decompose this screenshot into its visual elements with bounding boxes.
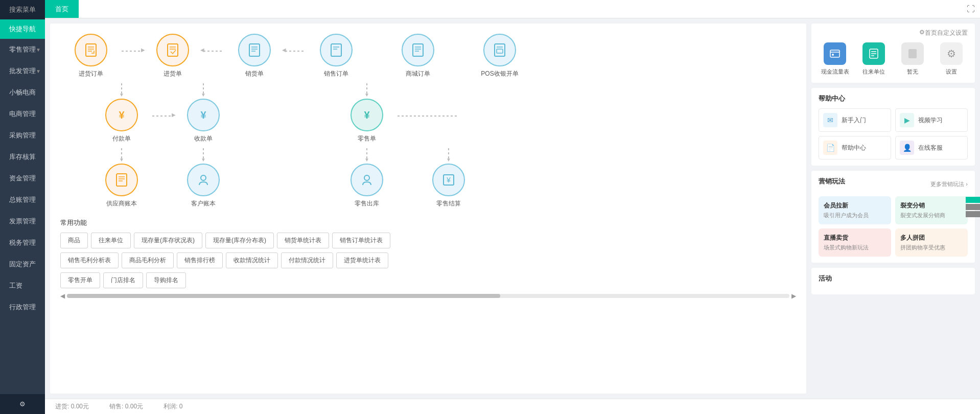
func-btn-stock2[interactable]: 现存量(库存分布表) [205,233,274,248]
func-btn-purchase-stat[interactable]: 进货单统计表 [336,252,388,268]
flow-node-mall-order[interactable]: 商城订单 [387,34,449,78]
flow-arrow-left2 [285,51,306,62]
help-grid: ✉ 新手入门 ▶ 视频学习 📄 帮助中心 👤 在线客服 [819,108,968,159]
flow-node-purchase-order[interactable]: 进货订单 [60,34,122,78]
flow-node-supplier-book[interactable]: 供应商账本 [91,164,152,208]
help-item-video[interactable]: ▶ 视频学习 [895,108,968,132]
scroll-right-arrow[interactable]: ▶ [791,292,796,300]
svg-rect-14 [413,44,423,56]
func-grid-row1: 商品 往来单位 现存量(库存状况表) 现存量(库存分布表) 销货单统计表 销售订… [60,233,796,248]
flow-node-retail-settle[interactable]: ¥ 零售结算 [418,164,479,208]
flow-label: 零售单 [358,134,376,143]
func-btn-store-rank[interactable]: 门店排名 [103,272,143,288]
flow-node-customer-book[interactable]: 客户账本 [173,164,234,208]
tab-home[interactable]: 首页 [45,0,79,18]
flow-node-retail-out[interactable]: 零售出库 [336,164,398,208]
quick-icon-label: 设置 [946,68,957,76]
func-btn-retail-order[interactable]: 零售开单 [60,272,100,288]
func-btn-profit2[interactable]: 商品毛利分析 [122,252,174,268]
func-btn-sales-order-stat[interactable]: 销售订单统计表 [332,233,390,248]
quick-icon-units[interactable]: 往来单位 [858,42,889,76]
quick-icon-none[interactable]: 暂无 [897,42,928,76]
marketing-header: 营销玩法 更多营销玩法 › [819,177,968,191]
sidebar-quicknav[interactable]: 快捷导航 [0,19,45,39]
arrow-down [448,148,449,158]
supplier-book-icon [105,164,138,196]
help-text: 视频学习 [918,116,943,125]
func-btn-payment-stat[interactable]: 付款情况统计 [281,252,333,268]
mi-title: 裂变分销 [900,201,963,210]
flow-node-sales-order[interactable]: 销售订单 [306,34,367,78]
arrow-line [152,116,173,117]
flow-row-arrows2 [60,148,796,158]
video-icon: ▶ [900,113,914,127]
help-text: 帮助中心 [842,144,866,152]
quick-icon-cashflow[interactable]: 现金流量表 [820,42,850,76]
flow-row-1: 进货订单 进货单 [60,34,796,78]
pos-icon [483,34,516,66]
func-btn-goods[interactable]: 商品 [60,233,88,248]
marketing-item-live[interactable]: 直播卖货 场景式购物新玩法 [819,228,891,257]
sidebar-item-admin[interactable]: 行政管理 [0,296,45,318]
marketing-grid: 会员拉新 吸引用户成为会员 裂变分销 裂变式发展分销商 直播卖货 场景式购物新玩… [819,196,968,257]
flow-node-retail[interactable]: ¥ 零售单 [336,99,398,143]
float-btn-community[interactable]: 服务社区 [966,204,980,210]
float-buttons: 客服热线 服务社区 桌面快捷 [966,197,980,217]
float-btn-desktop[interactable]: 桌面快捷 [966,211,980,217]
flow-label: 进货单 [164,70,182,78]
sidebar-item-assets[interactable]: 固定资产 [0,254,45,275]
sidebar-item-xiaochangec[interactable]: 小畅电商 [0,82,45,103]
scroll-left-arrow[interactable]: ◀ [60,292,65,300]
func-btn-stock1[interactable]: 现存量(库存状况表) [134,233,202,248]
sidebar-item-finance[interactable]: 资金管理 [0,168,45,189]
func-btn-profit1[interactable]: 销售毛利分析表 [60,252,119,268]
sidebar-item-invoice[interactable]: 发票管理 [0,211,45,232]
func-btn-ranking[interactable]: 销售排行榜 [177,252,223,268]
flow-node-sales[interactable]: 销货单 [224,34,285,78]
func-btn-sales-stat[interactable]: 销货单统计表 [277,233,329,248]
func-btn-units[interactable]: 往来单位 [91,233,131,248]
sidebar-item-ecommerce[interactable]: 电商管理 [0,103,45,125]
sidebar-item-salary[interactable]: 工资 [0,275,45,296]
sidebar-item-purchase[interactable]: 采购管理 [0,125,45,146]
none-icon [901,42,924,65]
quick-icon-settings[interactable]: ⚙ 设置 [936,42,967,76]
flow-node-purchase[interactable]: 进货单 [142,34,203,78]
flow-label: 付款单 [112,134,131,143]
sidebar-item-ledger[interactable]: 总账管理 [0,189,45,211]
func-btn-receipt-stat[interactable]: 收款情况统计 [226,252,278,268]
service-icon: 👤 [900,141,914,155]
marketing-item-group[interactable]: 多人拼团 拼团购物享受优惠 [895,228,968,257]
marketing-item-member[interactable]: 会员拉新 吸引用户成为会员 [819,196,891,224]
sidebar-item-wholesale[interactable]: 批发管理 ▼ [0,60,45,82]
fullscreen-button[interactable]: ⛶ [967,5,975,13]
flow-node-payment[interactable]: ¥ 付款单 [91,99,152,143]
help-section: 帮助中心 ✉ 新手入门 ▶ 视频学习 📄 帮助中心 👤 [811,88,975,166]
float-btn-service[interactable]: 客服热线 [966,197,980,203]
customize-header[interactable]: ⚙ 首页自定义设置 [819,29,968,37]
func-btn-guide-rank[interactable]: 导购排名 [146,272,186,288]
scroll-track[interactable] [67,294,789,298]
help-item-service[interactable]: 👤 在线客服 [895,136,968,159]
customer-book-icon [187,164,220,196]
mi-title: 多人拼团 [900,234,963,242]
help-item-beginner[interactable]: ✉ 新手入门 [819,108,891,132]
mall-order-icon [402,34,434,66]
flow-label: POS收银开单 [481,70,518,78]
func-grid-row3: 零售开单 门店排名 导购排名 [60,272,796,288]
settings-button[interactable]: ⚙ [0,394,45,414]
marketing-section: 营销玩法 更多营销玩法 › 会员拉新 吸引用户成为会员 裂变分销 裂变式发展分销… [811,171,975,263]
sidebar-item-tax[interactable]: 税务管理 [0,232,45,254]
flow-node-pos[interactable]: POS收银开单 [469,34,530,78]
help-item-help[interactable]: 📄 帮助中心 [819,136,891,159]
marketing-more[interactable]: 更多营销玩法 › [930,180,968,188]
sidebar-item-inventory[interactable]: 库存核算 [0,146,45,168]
quick-icons-section: ⚙ 首页自定义设置 现金流量表 往来单位 [811,24,975,83]
flow-node-receipt[interactable]: ¥ 收款单 [173,99,234,143]
marketing-item-fission[interactable]: 裂变分销 裂变式发展分销商 [895,196,968,224]
sidebar-item-retail[interactable]: 零售管理 ▼ [0,39,45,60]
flow-arrow-left [203,51,224,62]
flow-row-2: ¥ 付款单 ¥ 收款单 [60,99,796,143]
sidebar-search[interactable]: 搜索菜单 [0,0,45,19]
help-icon: 📄 [823,141,837,155]
